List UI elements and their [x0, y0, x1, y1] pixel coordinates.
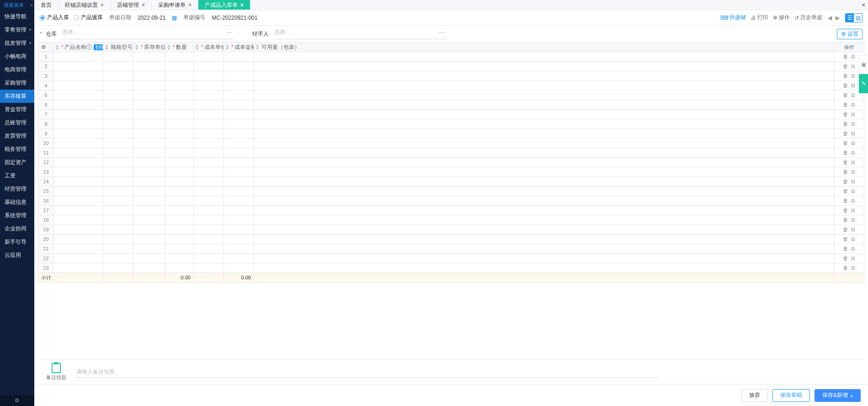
sidebar-item-13[interactable]: 经营管理: [0, 182, 34, 196]
cell[interactable]: [224, 129, 254, 139]
copy-row-icon[interactable]: ⧉: [851, 169, 855, 175]
copy-row-icon[interactable]: ⧉: [851, 150, 855, 156]
cell[interactable]: [194, 196, 224, 206]
sidebar-item-14[interactable]: 基础信息: [0, 196, 34, 209]
copy-row-icon[interactable]: ⧉: [851, 130, 855, 137]
warehouse-select[interactable]: 选择...: [60, 28, 234, 39]
copy-row-icon[interactable]: ⧉: [851, 73, 855, 79]
cell[interactable]: [103, 177, 133, 187]
cell[interactable]: [103, 110, 133, 119]
cell[interactable]: [54, 148, 103, 158]
cell[interactable]: [103, 100, 133, 110]
cell[interactable]: [224, 52, 254, 62]
delete-row-icon[interactable]: 🗑: [843, 111, 848, 118]
cell[interactable]: [194, 263, 224, 273]
delete-row-icon[interactable]: 🗑: [843, 102, 848, 108]
sidebar-item-16[interactable]: 企业协同: [0, 222, 34, 235]
cell[interactable]: [254, 139, 834, 148]
copy-row-icon[interactable]: ⧉: [851, 53, 855, 60]
cell[interactable]: [133, 52, 165, 62]
print-button[interactable]: 🖨打印: [751, 14, 768, 21]
cell[interactable]: [133, 244, 165, 254]
th-config[interactable]: ⚙: [38, 43, 54, 52]
cell[interactable]: [133, 139, 165, 148]
delete-row-icon[interactable]: 🗑: [843, 255, 848, 262]
copy-row-icon[interactable]: ⧉: [851, 63, 855, 69]
th-price[interactable]: ▲▼*成本单价: [194, 43, 224, 52]
delete-row-icon[interactable]: 🗑: [843, 207, 848, 214]
cell[interactable]: [133, 254, 165, 263]
cell[interactable]: [254, 81, 834, 91]
tab-3[interactable]: 采购申请单×: [152, 0, 198, 10]
delete-row-icon[interactable]: 🗑: [843, 217, 848, 223]
close-icon[interactable]: ×: [240, 0, 244, 10]
cell[interactable]: [254, 263, 834, 273]
save-draft-button[interactable]: 保存草稿: [772, 389, 810, 402]
cell[interactable]: [254, 187, 834, 196]
cell[interactable]: [103, 148, 133, 158]
save-new-button[interactable]: 保存&新增▴: [815, 389, 861, 402]
cell[interactable]: [133, 71, 165, 81]
scan-badge[interactable]: 扫码录入: [94, 44, 103, 50]
cell[interactable]: [194, 139, 224, 148]
cell[interactable]: [54, 119, 103, 129]
cell[interactable]: [54, 167, 103, 177]
cell[interactable]: [54, 91, 103, 100]
cell[interactable]: [224, 167, 254, 177]
cell[interactable]: [133, 148, 165, 158]
cell[interactable]: [224, 187, 254, 196]
cell[interactable]: [133, 100, 165, 110]
cell[interactable]: [194, 206, 224, 215]
cell[interactable]: [254, 244, 834, 254]
cell[interactable]: [54, 215, 103, 225]
cell[interactable]: [133, 110, 165, 119]
cell[interactable]: [194, 167, 224, 177]
cell[interactable]: [133, 187, 165, 196]
cell[interactable]: [54, 139, 103, 148]
cell[interactable]: [133, 129, 165, 139]
cell[interactable]: [133, 215, 165, 225]
cell[interactable]: [165, 52, 194, 62]
cell[interactable]: [254, 119, 834, 129]
sidebar-item-9[interactable]: 发票管理: [0, 129, 34, 143]
cell[interactable]: [165, 148, 194, 158]
cell[interactable]: [54, 110, 103, 119]
tab-2[interactable]: 店铺管理×: [111, 0, 152, 10]
radio-product-out[interactable]: 产品退库: [74, 14, 103, 21]
cell[interactable]: [194, 81, 224, 91]
view-list-button[interactable]: ☰: [846, 14, 854, 22]
close-all-tabs-button[interactable]: ✕: [858, 0, 868, 10]
close-icon[interactable]: ×: [188, 0, 192, 10]
copy-row-icon[interactable]: ⧉: [851, 140, 855, 146]
cell[interactable]: [194, 100, 224, 110]
cell[interactable]: [54, 71, 103, 81]
cell[interactable]: [103, 71, 133, 81]
delete-row-icon[interactable]: 🗑: [843, 265, 848, 271]
delete-row-icon[interactable]: 🗑: [843, 150, 848, 156]
copy-row-icon[interactable]: ⧉: [851, 255, 855, 262]
cell[interactable]: [165, 100, 194, 110]
cell[interactable]: [254, 177, 834, 187]
cell[interactable]: [254, 62, 834, 71]
delete-row-icon[interactable]: 🗑: [843, 226, 848, 233]
cell[interactable]: [133, 225, 165, 235]
delete-row-icon[interactable]: 🗑: [843, 169, 848, 175]
discard-button[interactable]: 放弃: [741, 389, 768, 402]
cell[interactable]: [54, 244, 103, 254]
cell[interactable]: [224, 215, 254, 225]
cell[interactable]: [254, 110, 834, 119]
sidebar-item-18[interactable]: 云应用: [0, 249, 34, 262]
radio-product-in[interactable]: 产品入库: [40, 14, 69, 21]
cell[interactable]: [224, 196, 254, 206]
copy-row-icon[interactable]: ⧉: [851, 82, 855, 89]
sidebar-settings-button[interactable]: ⚙: [0, 395, 34, 406]
cell[interactable]: [54, 129, 103, 139]
cell[interactable]: [224, 110, 254, 119]
sidebar-item-3[interactable]: 小畅电商: [0, 50, 34, 63]
cell[interactable]: [103, 254, 133, 263]
copy-row-icon[interactable]: ⧉: [851, 265, 855, 271]
cell[interactable]: [165, 254, 194, 263]
cell[interactable]: [103, 215, 133, 225]
cell[interactable]: [54, 254, 103, 263]
th-qty[interactable]: ▲▼*数量: [165, 43, 194, 52]
